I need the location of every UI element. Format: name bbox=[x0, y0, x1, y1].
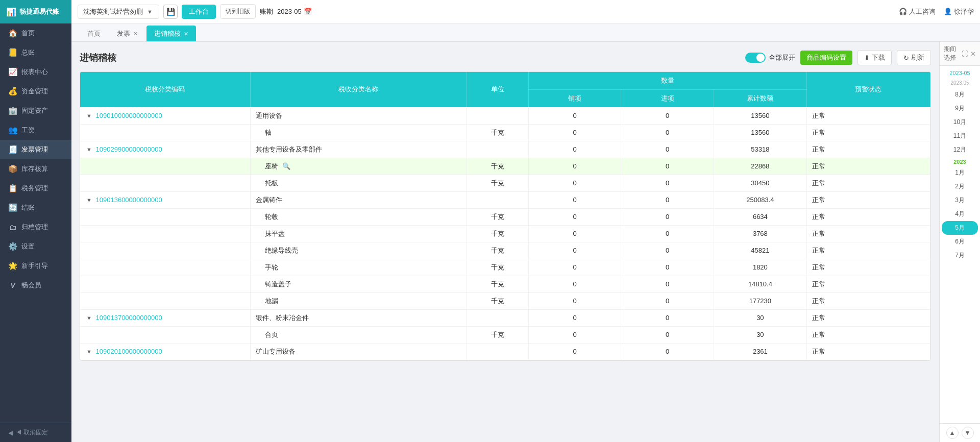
save-button[interactable]: 💾 bbox=[163, 5, 178, 19]
topbar-right: 🎧 人工咨询 👤 徐泽华 bbox=[899, 7, 974, 16]
period-prev-btn[interactable]: ▲ bbox=[946, 427, 959, 439]
period-item-6[interactable]: 6月 bbox=[940, 235, 980, 249]
table-row: 地漏 千克 0 0 177230 正常 bbox=[80, 292, 930, 309]
row-code bbox=[80, 225, 250, 242]
row-purchase: 0 bbox=[621, 242, 714, 259]
row-status: 正常 bbox=[806, 175, 930, 191]
tab-reconcile[interactable]: 进销稽核 ✕ bbox=[146, 26, 196, 41]
sidebar-item-inventory[interactable]: 📦 库存核算 bbox=[0, 159, 71, 179]
sidebar-item-reports[interactable]: 📈 报表中心 bbox=[0, 62, 71, 82]
table-row: ▼ 109013700000000000 锻件、粉末冶金件 0 0 30 正常 bbox=[80, 309, 930, 326]
period-item-12[interactable]: 12月 bbox=[940, 143, 980, 157]
row-sales: 0 bbox=[528, 242, 621, 259]
row-code: ▼ 109013600000000000 bbox=[80, 191, 250, 208]
collapse-icon[interactable]: ▼ bbox=[86, 315, 92, 321]
row-unit: 千克 bbox=[467, 158, 528, 175]
close-panel-icon[interactable]: ✕ bbox=[970, 50, 976, 58]
period-item-5[interactable]: 5月 bbox=[942, 221, 978, 235]
data-table: 税收分类编码 税收分类名称 单位 数量 预警状态 销项 进项 累计数额 bbox=[80, 71, 931, 361]
row-status: 正常 bbox=[806, 208, 930, 225]
headset-icon: 🎧 bbox=[899, 8, 907, 15]
expand-toggle[interactable]: 全部展开 bbox=[745, 53, 795, 63]
company-selector[interactable]: 沈海英测试经营勿删 ▼ bbox=[78, 5, 159, 19]
content-area: 进销稽核 全部展开 商品编码设置 ⬇ 下载 ↻ 刷 bbox=[71, 42, 980, 442]
user-menu[interactable]: 👤 徐泽华 bbox=[944, 7, 974, 16]
sidebar-item-payroll[interactable]: 👥 工资 bbox=[0, 120, 71, 140]
user-icon: 👤 bbox=[944, 8, 952, 15]
service-btn[interactable]: 🎧 人工咨询 bbox=[899, 7, 936, 16]
tab-home[interactable]: 首页 bbox=[80, 26, 108, 41]
sidebar-item-tax[interactable]: 📋 税务管理 bbox=[0, 179, 71, 198]
close-icon[interactable]: ✕ bbox=[184, 31, 188, 37]
period-item-11[interactable]: 11月 bbox=[940, 129, 980, 143]
download-btn[interactable]: ⬇ 下载 bbox=[857, 50, 892, 65]
logo-icon: 📊 bbox=[6, 7, 16, 17]
sidebar-item-settings[interactable]: ⚙️ 设置 bbox=[0, 237, 71, 256]
close-icon[interactable]: ✕ bbox=[133, 31, 138, 37]
period-item-7[interactable]: 7月 bbox=[940, 249, 980, 262]
col-header-name: 税收分类名称 bbox=[250, 72, 467, 107]
sidebar-item-ledger[interactable]: 📒 总账 bbox=[0, 43, 71, 62]
collapse-icon[interactable]: ▼ bbox=[86, 349, 92, 355]
row-purchase: 0 bbox=[621, 141, 714, 158]
toggle-track[interactable] bbox=[745, 53, 766, 63]
period-item-3[interactable]: 3月 bbox=[940, 193, 980, 207]
refresh-btn[interactable]: ↻ 刷新 bbox=[897, 50, 931, 65]
period-item-8[interactable]: 8月 bbox=[940, 88, 980, 102]
row-purchase: 0 bbox=[621, 309, 714, 326]
row-unit: 千克 bbox=[467, 276, 528, 292]
oldver-button[interactable]: 切到旧版 bbox=[220, 4, 256, 19]
period-year-header1: 2023-05 bbox=[940, 68, 980, 78]
period-item-9[interactable]: 9月 bbox=[940, 102, 980, 115]
period-next-btn[interactable]: ▼ bbox=[962, 427, 974, 439]
sidebar-item-label: 资金管理 bbox=[21, 87, 48, 96]
row-total: 53318 bbox=[714, 141, 807, 158]
guide-icon: 🌟 bbox=[8, 261, 17, 271]
row-sales: 0 bbox=[528, 208, 621, 225]
sidebar-item-home[interactable]: 🏠 首页 bbox=[0, 23, 71, 43]
collapse-icon[interactable]: ▼ bbox=[86, 113, 92, 119]
sidebar-item-funds[interactable]: 💰 资金管理 bbox=[0, 82, 71, 101]
sidebar-item-assets[interactable]: 🏢 固定资产 bbox=[0, 101, 71, 120]
row-name: 金属铸件 bbox=[250, 191, 467, 208]
period-item-4[interactable]: 4月 bbox=[940, 207, 980, 221]
table-row: ▼ 109013600000000000 金属铸件 0 0 250083.4 正… bbox=[80, 191, 930, 208]
sidebar-item-settle[interactable]: 🔄 结账 bbox=[0, 198, 71, 217]
product-code-btn[interactable]: 商品编码设置 bbox=[800, 51, 852, 65]
calendar-icon[interactable]: 📅 bbox=[304, 8, 312, 15]
period-selector: 账期 2023-05 📅 bbox=[260, 7, 312, 16]
expand-icon[interactable]: ⛶ bbox=[962, 50, 968, 58]
row-total: 177230 bbox=[714, 292, 807, 309]
row-total: 6634 bbox=[714, 208, 807, 225]
row-name: 锻件、粉末冶金件 bbox=[250, 309, 467, 326]
row-sales: 0 bbox=[528, 107, 621, 124]
member-icon: V bbox=[8, 282, 17, 289]
row-total: 3768 bbox=[714, 225, 807, 242]
workspace-button[interactable]: 工作台 bbox=[182, 5, 216, 19]
collapse-icon[interactable]: ▼ bbox=[86, 146, 92, 153]
row-total: 30 bbox=[714, 309, 807, 326]
toggle-thumb bbox=[756, 54, 765, 62]
row-code bbox=[80, 242, 250, 259]
period-item-2[interactable]: 2月 bbox=[940, 180, 980, 193]
refresh-icon: ↻ bbox=[903, 54, 909, 62]
search-icon[interactable]: 🔍 bbox=[282, 162, 290, 170]
period-item-1[interactable]: 1月 bbox=[940, 166, 980, 180]
tab-reconcile-label: 进销稽核 bbox=[154, 29, 181, 38]
page-content: 进销稽核 全部展开 商品编码设置 ⬇ 下载 ↻ 刷 bbox=[71, 42, 939, 442]
sidebar-item-member[interactable]: V 畅会员 bbox=[0, 276, 71, 295]
row-unit: 千克 bbox=[467, 175, 528, 191]
period-item-10[interactable]: 10月 bbox=[940, 115, 980, 129]
sidebar-item-label: 税务管理 bbox=[21, 184, 48, 193]
sidebar-item-archive[interactable]: 🗂 归档管理 bbox=[0, 217, 71, 237]
row-name: 绝缘导线壳 bbox=[250, 242, 467, 259]
sidebar-collapse-btn[interactable]: ◀ ◀ 取消固定 bbox=[0, 423, 71, 442]
table-row: 轴 千克 0 0 13560 正常 bbox=[80, 124, 930, 141]
sidebar-item-guide[interactable]: 🌟 新手引导 bbox=[0, 256, 71, 276]
tab-invoice[interactable]: 发票 ✕ bbox=[109, 26, 145, 41]
row-name: 其他专用设备及零部件 bbox=[250, 141, 467, 158]
collapse-icon[interactable]: ▼ bbox=[86, 197, 92, 203]
sidebar-item-invoice[interactable]: 🧾 发票管理 bbox=[0, 140, 71, 159]
table-row: 铸造盖子 千克 0 0 14810.4 正常 bbox=[80, 276, 930, 292]
row-total: 45821 bbox=[714, 242, 807, 259]
